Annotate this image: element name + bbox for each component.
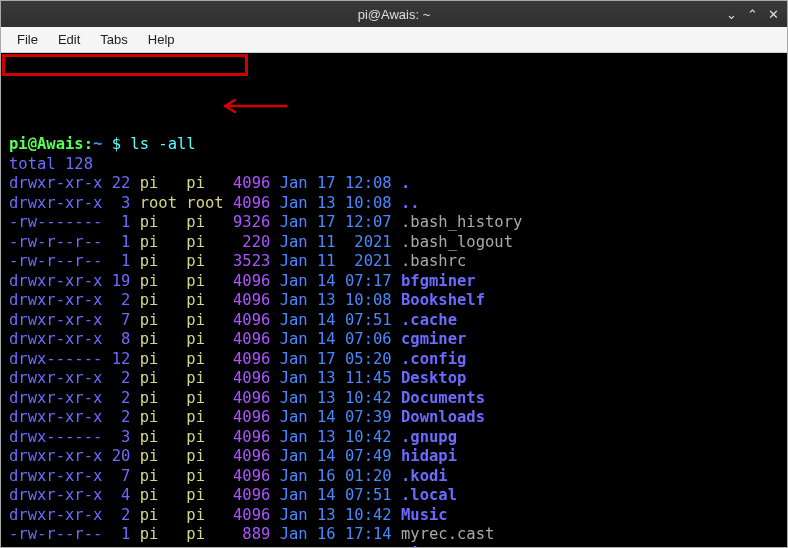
date: Jan 13 10:42 (280, 545, 392, 548)
group: pi (186, 311, 223, 329)
perm: drwxr-xr-x (9, 506, 102, 524)
links: 19 (112, 272, 131, 290)
close-icon[interactable]: ✕ (768, 7, 779, 22)
menubar: File Edit Tabs Help (1, 27, 787, 53)
perm: drwxr-xr-x (9, 311, 102, 329)
listing-row: drwxr-xr-x 22 pi pi 4096 Jan 17 12:08 . (9, 174, 779, 194)
listing-row: drwxr-xr-x 2 pi pi 4096 Jan 13 10:42 Mus… (9, 506, 779, 526)
menu-file[interactable]: File (9, 30, 46, 49)
group: pi (186, 174, 223, 192)
size: 4096 (233, 506, 270, 524)
terminal-viewport[interactable]: pi@Awais:~ $ ls -alltotal 128drwxr-xr-x … (1, 53, 787, 547)
date: Jan 17 05:20 (280, 350, 392, 368)
group: pi (186, 486, 223, 504)
filename: Bookshelf (401, 291, 485, 309)
listing-row: drwxr-xr-x 7 pi pi 4096 Jan 14 07:51 .ca… (9, 311, 779, 331)
date: Jan 14 07:17 (280, 272, 392, 290)
total-line: total 128 (9, 155, 779, 175)
terminal-window: pi@Awais: ~ ⌄ ⌃ ✕ File Edit Tabs Help pi… (0, 0, 788, 548)
group: pi (186, 330, 223, 348)
perm: drwx------ (9, 350, 102, 368)
size: 4096 (233, 350, 270, 368)
links: 7 (112, 467, 131, 485)
size: 4096 (233, 447, 270, 465)
date: Jan 14 07:06 (280, 330, 392, 348)
listing-row: drwxr-xr-x 2 pi pi 4096 Jan 13 10:42 Doc… (9, 389, 779, 409)
minimize-icon[interactable]: ⌄ (726, 7, 737, 22)
links: 1 (112, 252, 131, 270)
perm: drwxr-xr-x (9, 389, 102, 407)
links: 2 (112, 291, 131, 309)
links: 1 (112, 213, 131, 231)
window-title: pi@Awais: ~ (358, 7, 431, 22)
links: 1 (112, 233, 131, 251)
perm: drwxr-xr-x (9, 174, 102, 192)
prompt-colon: : (84, 135, 93, 153)
group: root (186, 194, 223, 212)
group: pi (186, 447, 223, 465)
perm: drwxr-xr-x (9, 486, 102, 504)
links: 7 (112, 311, 131, 329)
filename: .bashrc (401, 252, 466, 270)
date: Jan 16 17:14 (280, 525, 392, 543)
size: 4096 (233, 174, 270, 192)
listing-row: drwx------ 12 pi pi 4096 Jan 17 05:20 .c… (9, 350, 779, 370)
owner: pi (140, 213, 177, 231)
filename: .local (401, 486, 457, 504)
size: 4096 (233, 467, 270, 485)
size: 889 (233, 525, 270, 543)
filename: cgminer (401, 330, 466, 348)
group: pi (186, 369, 223, 387)
owner: pi (140, 369, 177, 387)
owner: pi (140, 174, 177, 192)
owner: pi (140, 389, 177, 407)
listing-row: drwxr-xr-x 2 pi pi 4096 Jan 14 07:39 Dow… (9, 408, 779, 428)
menu-tabs[interactable]: Tabs (92, 30, 135, 49)
prompt-user-host: pi@Awais (9, 135, 84, 153)
size: 4096 (233, 545, 270, 548)
listing-row: drwxr-xr-x 2 pi pi 4096 Jan 13 11:45 Des… (9, 369, 779, 389)
group: pi (186, 213, 223, 231)
owner: pi (140, 311, 177, 329)
perm: -rw-r--r-- (9, 233, 102, 251)
group: pi (186, 545, 223, 548)
maximize-icon[interactable]: ⌃ (747, 7, 758, 22)
owner: pi (140, 252, 177, 270)
listing-row: drwxr-xr-x 2 pi pi 4096 Jan 13 10:08 Boo… (9, 291, 779, 311)
filename: .cache (401, 311, 457, 329)
date: Jan 13 10:42 (280, 389, 392, 407)
owner: root (140, 194, 177, 212)
date: Jan 13 10:42 (280, 506, 392, 524)
size: 4096 (233, 389, 270, 407)
menu-help[interactable]: Help (140, 30, 183, 49)
menu-edit[interactable]: Edit (50, 30, 88, 49)
links: 3 (112, 428, 131, 446)
group: pi (186, 506, 223, 524)
group: pi (186, 408, 223, 426)
group: pi (186, 428, 223, 446)
date: Jan 13 10:42 (280, 428, 392, 446)
command-text: ls -all (130, 135, 195, 153)
listing-row: drwx------ 3 pi pi 4096 Jan 13 10:42 .gn… (9, 428, 779, 448)
date: Jan 14 07:51 (280, 486, 392, 504)
listing-row: -rw-r--r-- 1 pi pi 3523 Jan 11 2021 .bas… (9, 252, 779, 272)
group: pi (186, 291, 223, 309)
listing-row: -rw------- 1 pi pi 9326 Jan 17 12:07 .ba… (9, 213, 779, 233)
perm: -rw------- (9, 213, 102, 231)
filename: .config (401, 350, 466, 368)
owner: pi (140, 330, 177, 348)
filename: . (401, 174, 410, 192)
date: Jan 13 10:08 (280, 291, 392, 309)
total-label: total 128 (9, 155, 93, 173)
prompt-path: ~ (93, 135, 112, 153)
prompt-line: pi@Awais:~ $ ls -all (9, 135, 779, 155)
filename: .gnupg (401, 428, 457, 446)
listing-row: drwxr-xr-x 2 pi pi 4096 Jan 13 10:42 Pic… (9, 545, 779, 548)
date: Jan 17 12:07 (280, 213, 392, 231)
titlebar[interactable]: pi@Awais: ~ ⌄ ⌃ ✕ (1, 1, 787, 27)
date: Jan 13 11:45 (280, 369, 392, 387)
owner: pi (140, 272, 177, 290)
filename: Desktop (401, 369, 466, 387)
perm: drwxr-xr-x (9, 369, 102, 387)
date: Jan 14 07:49 (280, 447, 392, 465)
